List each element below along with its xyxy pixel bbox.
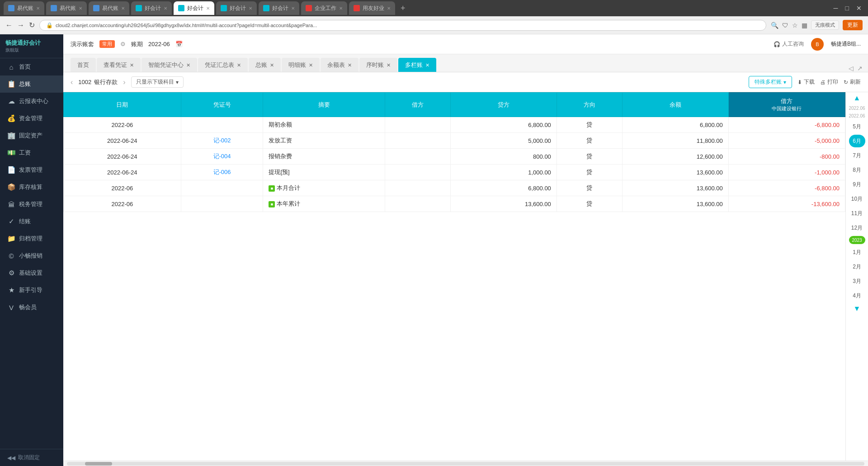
sidebar-item-ledger[interactable]: 📋 总账 [0, 75, 63, 93]
time-month-july[interactable]: 7月 [849, 149, 865, 162]
unpin-button[interactable]: ◀◀ 取消固定 [0, 449, 63, 466]
time-month-jan[interactable]: 1月 [849, 246, 865, 259]
browser-tab-8[interactable]: 企业工作 ✕ [301, 1, 347, 15]
table-row: 2022-06■本月合计6,800.00贷13,600.00-6,800.00 [64, 180, 845, 196]
tab-close-4[interactable]: ✕ [164, 6, 167, 11]
forward-button[interactable]: → [17, 21, 24, 29]
sidebar-item-cloud-report[interactable]: ☁ 云报表中心 [0, 93, 63, 110]
sidebar-item-guide[interactable]: ★ 新手引导 [0, 282, 63, 299]
expand-icon[interactable]: ↗ [857, 65, 863, 72]
shield-icon[interactable]: 🛡 [782, 22, 788, 29]
page-tab-voucher-summary[interactable]: 凭证汇总表 ✕ [198, 58, 248, 72]
page-tab-detail-ledger[interactable]: 明细账 ✕ [282, 58, 320, 72]
h-scroll-thumb[interactable] [85, 462, 112, 466]
collapse-icon[interactable]: ◁ [849, 65, 854, 72]
close-voucher-summary[interactable]: ✕ [237, 62, 241, 68]
sidebar-item-assets[interactable]: 🏢 固定资产 [0, 127, 63, 144]
time-scroll-up[interactable]: ▲ [852, 92, 863, 104]
close-multi-col[interactable]: ✕ [425, 62, 429, 68]
sidebar-item-salary[interactable]: 💵 工资 [0, 144, 63, 161]
tab-close-1[interactable]: ✕ [36, 6, 40, 11]
tab-close-7[interactable]: ✕ [291, 6, 295, 11]
close-general-ledger[interactable]: ✕ [270, 62, 274, 68]
time-month-nov[interactable]: 11月 [849, 207, 865, 220]
page-tab-smart-voucher[interactable]: 智能凭证中心 ✕ [142, 58, 197, 72]
page-tab-general-ledger[interactable]: 总账 ✕ [249, 58, 281, 72]
sidebar-toggle[interactable]: ▦ [802, 22, 807, 29]
time-month-mar[interactable]: 3月 [849, 275, 865, 287]
tab-close-2[interactable]: ✕ [79, 6, 82, 11]
settings-gear-icon[interactable]: ⚙ [120, 41, 126, 47]
cell-voucher[interactable]: 记-006 [181, 165, 263, 180]
page-tab-home[interactable]: 首页 [71, 58, 96, 72]
browser-tab-9[interactable]: 用友好业 ✕ [349, 1, 395, 15]
cell-voucher[interactable]: 记-004 [181, 149, 263, 165]
page-tab-balance[interactable]: 余额表 ✕ [321, 58, 359, 72]
close-balance[interactable]: ✕ [348, 62, 352, 68]
page-tab-multi-col[interactable]: 多栏账 ✕ [398, 58, 436, 72]
sidebar-item-settings[interactable]: ⚙ 基础设置 [0, 264, 63, 282]
horizontal-scrollbar[interactable] [63, 461, 868, 466]
time-month-apr[interactable]: 4月 [849, 289, 865, 302]
tab-close-9[interactable]: ✕ [387, 6, 391, 11]
tab-close-8[interactable]: ✕ [339, 6, 343, 11]
minimize-button[interactable]: ─ [831, 4, 841, 13]
tab-close-6[interactable]: ✕ [249, 6, 252, 11]
sidebar-item-close[interactable]: ✓ 结账 [0, 213, 63, 230]
browser-tab-1[interactable]: 易代账 ✕ [4, 1, 44, 15]
print-button[interactable]: 🖨 打印 [820, 78, 838, 86]
time-month-aug[interactable]: 8月 [849, 164, 865, 176]
close-sequential[interactable]: ✕ [387, 62, 391, 68]
star-icon[interactable]: ☆ [792, 22, 798, 29]
update-button[interactable]: 更新 [843, 20, 863, 30]
browser-tab-6[interactable]: 好会计 ✕ [216, 1, 257, 15]
time-month-sep[interactable]: 9月 [849, 178, 865, 191]
sidebar-item-tax[interactable]: 🏛 税务管理 [0, 196, 63, 213]
tab-close-5[interactable]: ✕ [206, 6, 210, 11]
stealth-mode-button[interactable]: 无痕模式 [811, 20, 839, 30]
calendar-icon[interactable]: 📅 [175, 41, 183, 47]
refresh-button[interactable]: ↻ 刷新 [844, 78, 861, 86]
time-month-feb[interactable]: 2月 [849, 260, 865, 273]
browser-tab-7[interactable]: 好会计 ✕ [259, 1, 299, 15]
browser-tab-5[interactable]: 好会计 ✕ [174, 1, 214, 15]
browser-tab-2[interactable]: 易代账 ✕ [46, 1, 87, 15]
back-button[interactable]: ← [5, 21, 13, 29]
special-multi-col-button[interactable]: 特殊多栏账 ▾ [749, 76, 792, 88]
time-month-oct[interactable]: 10月 [849, 193, 865, 205]
sidebar-item-fund[interactable]: 💰 资金管理 [0, 110, 63, 127]
time-month-june[interactable]: 6月 [849, 135, 865, 147]
sidebar-item-archive[interactable]: 📁 归档管理 [0, 230, 63, 247]
browser-tab-4[interactable]: 好会计 ✕ [131, 1, 172, 15]
filter-dropdown[interactable]: 只显示下级科目 ▾ [131, 76, 184, 88]
close-smart-voucher[interactable]: ✕ [186, 62, 190, 68]
sidebar-item-home[interactable]: ⌂ 首页 [0, 58, 63, 75]
time-scroll-down[interactable]: ▼ [852, 303, 863, 315]
cell-voucher[interactable]: 记-002 [181, 133, 263, 149]
tab-close-3[interactable]: ✕ [121, 6, 125, 11]
close-detail-ledger[interactable]: ✕ [309, 62, 313, 68]
page-tab-view-voucher[interactable]: 查看凭证 ✕ [97, 58, 141, 72]
prev-account-button[interactable]: ‹ [71, 78, 73, 86]
url-bar[interactable]: 🔒 cloud2.chanjet.com/accounting/uh26t264… [39, 20, 766, 31]
new-tab-button[interactable]: + [397, 4, 409, 13]
time-month-may[interactable]: 5月 [849, 120, 865, 133]
time-month-dec[interactable]: 12月 [849, 221, 865, 234]
search-icon[interactable]: 🔍 [771, 22, 778, 29]
download-button[interactable]: ⬇ 下载 [797, 78, 815, 86]
consult-button[interactable]: 🎧 人工咨询 [774, 40, 804, 48]
reload-button[interactable]: ↻ [29, 21, 35, 29]
close-button[interactable]: ✕ [854, 4, 864, 13]
browser-tab-3[interactable]: 易代账 ✕ [89, 1, 129, 15]
close-view-voucher[interactable]: ✕ [130, 62, 134, 68]
next-account-button[interactable]: › [123, 78, 125, 86]
sidebar-item-expense[interactable]: © 小畅报销 [0, 247, 63, 264]
sidebar-item-inventory[interactable]: 📦 库存核算 [0, 179, 63, 196]
book-tag[interactable]: 常用 [99, 40, 115, 48]
page-tab-sequential[interactable]: 序时账 ✕ [359, 58, 397, 72]
maximize-button[interactable]: □ [843, 4, 852, 13]
sidebar-item-member[interactable]: V 畅会员 [0, 299, 63, 316]
h-scroll-track[interactable] [67, 462, 864, 466]
sidebar-item-invoice[interactable]: 📄 发票管理 [0, 161, 63, 179]
sidebar-label-salary: 工资 [19, 149, 31, 157]
